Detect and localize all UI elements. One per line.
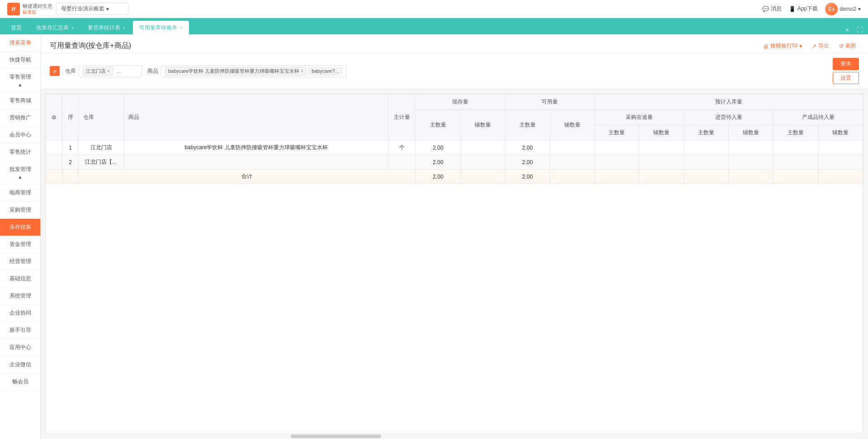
row2-current-main: 2.00 <box>415 155 460 170</box>
th-purchase-aux: 辅数量 <box>639 125 684 141</box>
close-all-tabs-btn[interactable]: × <box>843 25 852 34</box>
th-finished-products: 产成品待入量 <box>774 110 863 125</box>
message-btn[interactable]: 💬 消息 <box>762 5 782 13</box>
export-btn[interactable]: ↗ 导出 <box>809 40 832 52</box>
row2-purchase-aux <box>639 155 684 170</box>
warehouse-label: 仓库 <box>65 67 76 75</box>
logo-text: 畅捷通好生意 标准版 <box>23 3 52 15</box>
tab-close-order-stats[interactable]: × <box>123 25 126 30</box>
footer-available-main: 2.00 <box>505 170 550 184</box>
th-goods-main: 主数量 <box>684 125 729 141</box>
sidebar-item-ecommerce[interactable]: 电商管理 <box>0 184 40 202</box>
row1-purchase-main <box>594 141 639 155</box>
settings-btn[interactable]: 设置 <box>833 72 859 84</box>
sidebar-item-operations[interactable]: 经营管理 <box>0 253 40 270</box>
top-bar-right: 💬 消息 📱 App下载 Ea demo2 ▾ <box>762 3 861 15</box>
sidebar-item-vip[interactable]: 畅会员 <box>0 373 40 391</box>
sidebar-search[interactable]: 搜索菜单 <box>0 34 40 52</box>
sidebar-item-marketing[interactable]: 营销推广 <box>0 109 40 127</box>
sidebar-item-procurement[interactable]: 采购管理 <box>0 202 40 219</box>
app-download-btn[interactable]: 📱 App下载 <box>789 5 818 13</box>
sidebar-item-enterprise[interactable]: 企业协同 <box>0 305 40 322</box>
th-available-main: 主数量 <box>505 110 550 141</box>
tab-close-receipts[interactable]: × <box>71 25 74 30</box>
sidebar-item-system[interactable]: 系统管理 <box>0 288 40 305</box>
sidebar-item-retail-mall[interactable]: 零售商城 <box>0 92 40 109</box>
page-header: 可用量查询(按仓库+商品) 🖨 按模板打印 ▾ ↗ 导出 ↺ 刷新 <box>41 34 868 53</box>
row1-purchase-aux <box>639 141 684 155</box>
refresh-btn[interactable]: ↺ 刷新 <box>836 40 859 52</box>
th-goods-aux: 辅数量 <box>729 125 774 141</box>
row2-available-aux <box>550 155 594 170</box>
row2-goods-aux <box>729 155 774 170</box>
product-tag-0-remove[interactable]: × <box>301 69 303 74</box>
sidebar-item-retail[interactable]: 零售管理 ▲ <box>0 69 40 92</box>
sidebar-item-retail-stats[interactable]: 零售统计 <box>0 144 40 161</box>
row2-goods-main <box>684 155 729 170</box>
page-title: 可用量查询(按仓库+商品) <box>50 41 131 51</box>
sidebar-item-quick-nav[interactable]: 快捷导航 <box>0 52 40 69</box>
row2-product <box>124 155 389 170</box>
top-bar-left: 好 畅捷通好生意 标准版 母婴行业演示账套 ▾ <box>7 3 128 15</box>
print-btn[interactable]: 🖨 按模板打印 ▾ <box>760 40 805 52</box>
row2-unit <box>388 155 415 170</box>
horizontal-scrollbar[interactable] <box>45 434 863 439</box>
row2-purchase-main <box>594 155 639 170</box>
message-icon: 💬 <box>762 6 769 12</box>
sidebar-item-basics[interactable]: 基础信息 <box>0 270 40 288</box>
filter-bar: » 仓库 江北门店 × ... 商品 babycare学饮杯 儿童防摔防撞吸管杯… <box>41 53 868 89</box>
fullscreen-btn[interactable]: ⛶ <box>855 25 864 34</box>
row2-current-aux <box>460 155 505 170</box>
user-profile[interactable]: Ea demo2 ▾ <box>825 3 861 15</box>
th-purchase-in-transit: 采购在途量 <box>594 110 684 125</box>
app-download-icon: 📱 <box>789 6 796 12</box>
industry-selector[interactable]: 母婴行业演示账套 ▾ <box>56 3 128 15</box>
warehouse-more-indicator[interactable]: ... <box>115 68 123 74</box>
sidebar-item-wholesale[interactable]: 批发管理 ▲ <box>0 161 40 184</box>
tab-close-available-stock[interactable]: × <box>180 25 183 30</box>
sidebar-item-inventory[interactable]: 库存核算 <box>0 219 40 236</box>
logo-icon: 好 <box>7 3 20 15</box>
row2-no: 2 <box>62 155 79 170</box>
query-btn[interactable]: 查询 <box>833 58 859 70</box>
tab-home[interactable]: 首页 <box>4 21 29 34</box>
th-available: 可用量 <box>505 94 594 110</box>
scrollbar-thumb[interactable] <box>291 434 381 438</box>
sidebar-item-app-center[interactable]: 应用中心 <box>0 339 40 356</box>
tab-receipts[interactable]: 收发存汇总表 × <box>30 21 80 34</box>
row1-warehouse: 江北门店 <box>79 141 124 155</box>
expand-btn[interactable]: » <box>50 66 60 76</box>
row1-goods-main <box>684 141 729 155</box>
product-input[interactable]: babycare学饮杯 儿童防摔防撞吸管杯重力球吸嘴杯宝宝水杯 × babyca… <box>161 65 346 77</box>
th-warehouse: 仓库 <box>79 94 124 141</box>
footer-label: 合计 <box>79 170 416 184</box>
th-settings[interactable]: ⚙ <box>46 94 62 141</box>
th-current-stock: 现存量 <box>415 94 505 110</box>
sidebar: 搜索菜单 快捷导航 零售管理 ▲ 零售商城 营销推广 会员中心 零售统计 批发管… <box>0 34 41 439</box>
content-area: 可用量查询(按仓库+商品) 🖨 按模板打印 ▾ ↗ 导出 ↺ 刷新 » <box>41 34 868 439</box>
th-current-aux: 辅数量 <box>460 110 505 141</box>
sidebar-arrow-retail: ▲ <box>18 82 23 87</box>
th-purchase-main: 主数量 <box>594 125 639 141</box>
sidebar-item-new-guide[interactable]: 新手引导 <box>0 322 40 339</box>
tab-available-stock[interactable]: 可用量库存账本 × <box>133 21 189 34</box>
sidebar-item-member[interactable]: 会员中心 <box>0 127 40 144</box>
main-layout: 搜索菜单 快捷导航 零售管理 ▲ 零售商城 营销推广 会员中心 零售统计 批发管… <box>0 34 868 439</box>
th-goods-arriving: 进货待入量 <box>684 110 774 125</box>
row2-warehouse: 江北门店【... <box>79 155 124 170</box>
product-tag-1: babycare?... <box>308 67 342 75</box>
warehouse-tag-remove[interactable]: × <box>107 69 110 74</box>
avatar: Ea <box>825 3 838 15</box>
th-expected-in: 预计入库量 <box>594 94 863 110</box>
sidebar-item-finance[interactable]: 资金管理 <box>0 236 40 253</box>
warehouse-input[interactable]: 江北门店 × ... <box>79 65 142 77</box>
row1-unit: 个 <box>388 141 415 155</box>
sidebar-item-wechat-work[interactable]: 企业微信 <box>0 356 40 373</box>
row1-goods-aux <box>729 141 774 155</box>
th-finished-main: 主数量 <box>774 125 818 141</box>
settings-gear-icon: ⚙ <box>52 114 57 121</box>
page-header-actions: 🖨 按模板打印 ▾ ↗ 导出 ↺ 刷新 <box>760 40 859 52</box>
th-no: 序 <box>62 94 79 141</box>
tab-order-stats[interactable]: 要货单统计表 × <box>81 21 132 34</box>
data-table: ⚙ 序 仓库 商品 主计量 现存量 可用量 预计入库量 主数量 辅数量 主数量 <box>46 94 863 184</box>
